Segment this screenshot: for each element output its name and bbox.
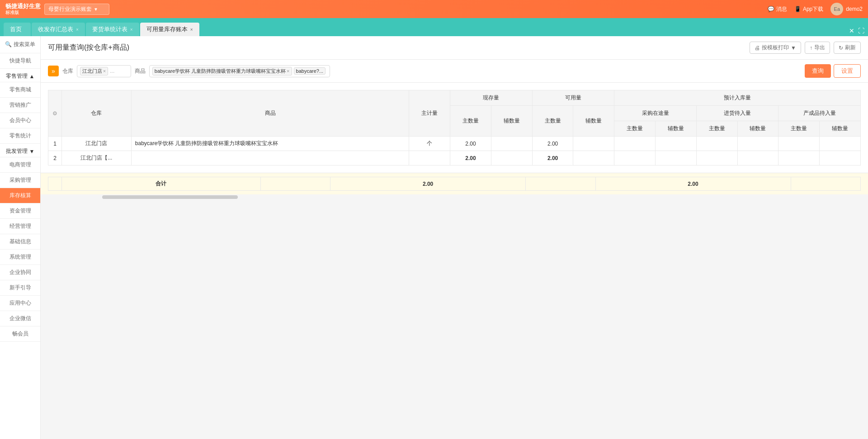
tab-inventory-close[interactable]: × xyxy=(190,27,193,32)
store-selector[interactable]: 母婴行业演示账套 ▼ xyxy=(44,4,109,15)
sidebar-retail-mall[interactable]: 零售商城 xyxy=(0,82,40,98)
top-bar-right: 💬 消息 📱 App下载 Ea demo2 xyxy=(768,3,863,15)
cell-product: babycare学饮杯 儿童防摔防撞吸管杯重力球吸嘴杯宝宝水杯 xyxy=(131,137,409,151)
export-btn[interactable]: ↑ 导出 xyxy=(805,42,830,54)
sidebar-ecommerce[interactable]: 电商管理 xyxy=(0,157,40,173)
tab-expand[interactable]: ⛶ xyxy=(858,27,864,34)
th-purchase-transit: 采购在途量 xyxy=(614,106,697,121)
table-row: 1 江北门店 babycare学饮杯 儿童防摔防撞吸管杯重力球吸嘴杯宝宝水杯 个… xyxy=(48,137,861,151)
product-tag-2[interactable]: babycare?... xyxy=(294,67,326,75)
th-warehouse: 仓库 xyxy=(62,90,132,137)
page-header: 可用量查询(按仓库+商品) 🖨 按模板打印 ▼ ↑ 导出 ↻ 刷新 xyxy=(41,36,868,60)
sidebar-wechat[interactable]: 企业微信 xyxy=(0,311,40,326)
sidebar: 🔍 搜索菜单 快捷导航 零售管理 ▲ 零售商城 营销推广 会员中心 零售统计 批… xyxy=(0,36,41,439)
tab-home[interactable]: 首页 xyxy=(4,23,31,36)
top-bar-left: 畅捷通好生意 标准版 母婴行业演示账套 ▼ xyxy=(5,3,109,15)
sidebar-app-center[interactable]: 应用中心 xyxy=(0,296,40,311)
query-btn[interactable]: 查询 xyxy=(805,64,831,78)
warehouse-label: 仓库 xyxy=(62,67,73,75)
th-purchase-transit-main: 主数量 xyxy=(614,121,656,137)
cell-import-main xyxy=(696,137,737,151)
nav-tabs: 首页 收发存汇总表 × 要货单统计表 × 可用量库存账本 × ✕ ⛶ xyxy=(0,18,868,36)
tab-close-all[interactable]: ✕ xyxy=(849,27,854,34)
product-tag-1[interactable]: babycare学饮杯 儿童防摔防撞吸管杯重力球吸嘴杯宝宝水杯 × xyxy=(152,67,292,76)
cell-current-main: 2.00 xyxy=(450,151,491,165)
th-available-main: 主数量 xyxy=(532,106,573,137)
cell-prod-aux xyxy=(820,151,861,165)
warehouse-filter[interactable]: 江北门店 × ... xyxy=(77,65,131,77)
th-current-main: 主数量 xyxy=(450,106,491,137)
sidebar-member-center[interactable]: 会员中心 xyxy=(0,113,40,128)
tab-order-stats-close[interactable]: × xyxy=(130,27,133,32)
refresh-icon: ↻ xyxy=(839,45,843,51)
page-title: 可用量查询(按仓库+商品) xyxy=(48,43,129,52)
logo: 畅捷通好生意 标准版 xyxy=(5,3,41,15)
th-import-main: 主数量 xyxy=(696,121,737,137)
tab-order-stats[interactable]: 要货单统计表 × xyxy=(86,23,139,36)
chevron-down-icon: ▼ xyxy=(29,148,35,155)
cell-product xyxy=(131,151,409,165)
filter-row: 仓库 江北门店 × ... 商品 babycare学饮杯 儿童防摔防撞吸管杯重力… xyxy=(62,65,801,77)
cell-pur-transit-aux xyxy=(656,151,697,165)
sidebar-purchase[interactable]: 采购管理 xyxy=(0,173,40,188)
filter-area: » 仓库 江北门店 × ... 商品 babycare学饮杯 儿童防摔防撞吸管杯… xyxy=(41,60,868,83)
th-settings[interactable]: ⚙ xyxy=(48,90,62,137)
filter-toggle-btn[interactable]: » xyxy=(48,66,59,76)
th-forecast: 预计入库量 xyxy=(614,90,861,106)
summary-row: 合计 2.00 2.00 xyxy=(41,173,868,194)
sidebar-operations[interactable]: 经营管理 xyxy=(0,219,40,234)
horizontal-scrollbar[interactable] xyxy=(48,194,861,200)
product-filter[interactable]: babycare学饮杯 儿童防摔防撞吸管杯重力球吸嘴杯宝宝水杯 × babyca… xyxy=(149,65,330,77)
sidebar-retail-mgmt[interactable]: 零售管理 ▲ xyxy=(0,69,40,82)
cell-current-main: 2.00 xyxy=(450,137,491,151)
avatar: Ea xyxy=(830,3,843,15)
tab-receipt[interactable]: 收发存汇总表 × xyxy=(32,23,85,36)
tab-inventory[interactable]: 可用量库存账本 × xyxy=(140,23,199,36)
sidebar-enterprise[interactable]: 企业协同 xyxy=(0,265,40,280)
sidebar-inventory[interactable]: 库存核算 xyxy=(0,188,40,203)
th-purchase-transit-aux: 辅数量 xyxy=(656,121,697,137)
cell-pur-transit-main xyxy=(614,137,656,151)
warehouse-tag-remove[interactable]: × xyxy=(103,68,106,74)
th-main-unit: 主计量 xyxy=(409,90,450,137)
content-area: 可用量查询(按仓库+商品) 🖨 按模板打印 ▼ ↑ 导出 ↻ 刷新 » xyxy=(41,36,868,439)
sidebar-system[interactable]: 系统管理 xyxy=(0,250,40,265)
cell-warehouse: 江北门店 xyxy=(62,137,132,151)
sidebar-wholesale-mgmt[interactable]: 批发管理 ▼ xyxy=(0,144,40,157)
th-product: 商品 xyxy=(131,90,409,137)
cell-pur-transit-main xyxy=(614,151,656,165)
th-import-aux: 辅数量 xyxy=(737,121,778,137)
table-row: 2 江北门店【... 2.00 2.00 xyxy=(48,151,861,165)
sidebar-member[interactable]: 畅会员 xyxy=(0,326,40,342)
sidebar-quick-nav[interactable]: 快捷导航 xyxy=(0,53,40,69)
template-print-btn[interactable]: 🖨 按模板打印 ▼ xyxy=(750,42,801,54)
sidebar-finance[interactable]: 资金管理 xyxy=(0,203,40,219)
message-icon: 💬 xyxy=(768,6,774,12)
warehouse-more-btn[interactable]: ... xyxy=(110,68,114,74)
cell-avail-main: 2.00 xyxy=(532,151,573,165)
refresh-btn[interactable]: ↻ 刷新 xyxy=(834,42,861,54)
sidebar-basics[interactable]: 基础信息 xyxy=(0,234,40,250)
cell-unit: 个 xyxy=(409,137,450,151)
th-production-main: 主数量 xyxy=(778,121,820,137)
cell-current-aux xyxy=(491,151,532,165)
cell-prod-aux xyxy=(820,137,861,151)
tab-receipt-close[interactable]: × xyxy=(76,27,79,32)
message-btn[interactable]: 💬 消息 xyxy=(768,5,787,13)
settings-btn[interactable]: 设置 xyxy=(834,64,861,78)
user-avatar[interactable]: Ea demo2 xyxy=(830,3,863,15)
sidebar-guide[interactable]: 新手引导 xyxy=(0,280,40,296)
sidebar-marketing[interactable]: 营销推广 xyxy=(0,98,40,113)
export-icon: ↑ xyxy=(810,45,812,51)
scroll-thumb[interactable] xyxy=(102,195,238,199)
warehouse-tag[interactable]: 江北门店 × xyxy=(80,67,108,76)
chevron-icon: ▲ xyxy=(29,73,35,80)
app-download-btn[interactable]: 📱 App下载 xyxy=(794,5,823,13)
product-tag-1-remove[interactable]: × xyxy=(287,68,289,74)
sidebar-search[interactable]: 🔍 搜索菜单 xyxy=(0,36,40,53)
cell-index: 2 xyxy=(48,151,62,165)
cell-import-main xyxy=(696,151,737,165)
product-label: 商品 xyxy=(135,67,146,75)
cell-import-aux xyxy=(737,151,778,165)
sidebar-retail-stats[interactable]: 零售统计 xyxy=(0,128,40,144)
